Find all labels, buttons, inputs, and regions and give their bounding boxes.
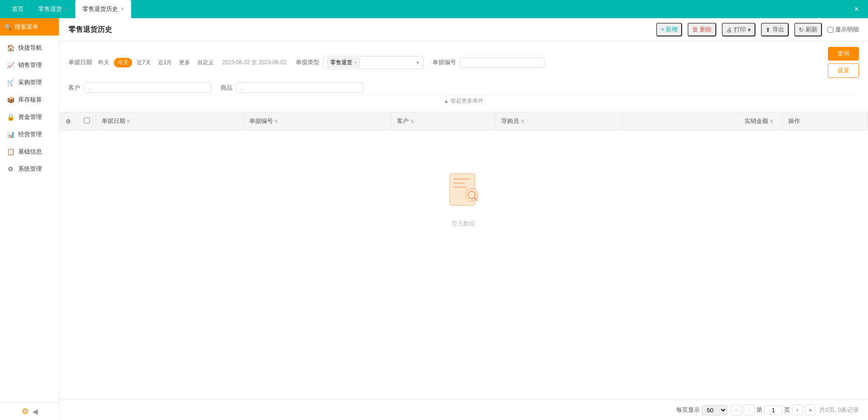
sidebar-item-finance-label: 资金管理 xyxy=(18,113,42,121)
customer-placeholder: ... xyxy=(88,84,93,91)
voucher-type-select[interactable]: 零售退货 × ▾ xyxy=(323,56,423,69)
tab-home[interactable]: 首页 xyxy=(5,0,31,18)
sidebar-item-finance[interactable]: 🔒 资金管理 xyxy=(0,108,59,126)
sidebar-item-operations[interactable]: 📊 经营管理 xyxy=(0,126,59,143)
tab-retail-return[interactable]: 零售退货 × xyxy=(31,0,75,18)
query-button[interactable]: 查询 xyxy=(828,47,859,61)
page-label: 页 xyxy=(784,406,790,414)
sales-icon: 📈 xyxy=(6,61,15,69)
tab-retail-return-history[interactable]: 零售退货历史 × xyxy=(75,0,131,18)
new-button[interactable]: + 新增 xyxy=(656,23,682,36)
export-button[interactable]: ⬆ 导出 xyxy=(761,23,789,36)
sidebar-search-label: 搜索菜单 xyxy=(15,23,38,31)
filter-row-2: 客户 ... 商品 ... xyxy=(68,82,859,93)
date-filter-item: 单据日期 昨天 今天 近7天 近1月 更多 自定义 2023-06-02 至 2… xyxy=(68,58,287,67)
date-btn-more[interactable]: 更多 xyxy=(176,58,193,67)
refresh-button[interactable]: ↻ 刷新 xyxy=(794,23,822,36)
data-table: ⚙ 单据日期 ⇅ 单据编号 ⇅ xyxy=(59,113,868,264)
window-close-button[interactable]: × xyxy=(849,5,863,14)
empty-area: 暂无数据 xyxy=(59,130,868,264)
collapse-arrow-icon: ▲ xyxy=(444,98,449,104)
pagination-buttons: « ‹ 第 页 › » xyxy=(731,405,816,415)
pagination: 每页显示 50 10 20 100 « ‹ 第 页 › » 共0页, 0条记录 xyxy=(59,400,868,420)
voucher-type-tag-text: 零售退货 xyxy=(330,59,352,67)
goods-filter-item: 商品 ... xyxy=(221,82,364,93)
per-page-dropdown[interactable]: 50 10 20 100 xyxy=(702,405,727,415)
total-info: 共0页, 0条记录 xyxy=(819,406,859,414)
customer-filter-item: 客户 ... xyxy=(68,82,211,93)
customer-label: 客户 xyxy=(68,84,80,92)
date-btn-7days[interactable]: 近7天 xyxy=(134,58,154,67)
show-detail-checkbox[interactable]: 显示明细 xyxy=(827,26,859,34)
show-detail-input[interactable] xyxy=(827,27,833,33)
settings-button[interactable]: 设置 xyxy=(828,63,859,78)
export-icon: ⬆ xyxy=(765,26,770,33)
print-icon: 🖨 xyxy=(726,26,732,33)
th-settings[interactable]: ⚙ xyxy=(59,113,77,130)
date-btn-1month[interactable]: 近1月 xyxy=(155,58,175,67)
goods-input[interactable]: ... xyxy=(236,82,364,93)
toolbar: + 新增 🗑 删除 🖨 打印 ▾ ⬆ 导出 ↻ 刷新 显示明细 xyxy=(656,23,859,36)
date-buttons: 昨天 今天 近7天 近1月 更多 自定义 xyxy=(96,58,216,67)
date-range-display: 2023-06-02 至 2023-06-02 xyxy=(222,59,286,67)
th-voucher-no-label: 单据编号 xyxy=(249,118,273,124)
page-number-input[interactable] xyxy=(764,405,782,415)
th-customer[interactable]: 客户 ⇅ xyxy=(391,113,496,130)
settings-col-icon[interactable]: ⚙ xyxy=(66,118,71,125)
delete-button[interactable]: 🗑 删除 xyxy=(688,23,716,36)
th-date[interactable]: 单据日期 ⇅ xyxy=(96,113,243,130)
last-page-button[interactable]: » xyxy=(805,405,816,415)
th-action: 操作 xyxy=(783,113,868,130)
finance-icon: 🔒 xyxy=(6,113,15,121)
sidebar-item-basic-info[interactable]: 📋 基础信息 xyxy=(0,143,59,160)
search-icon: 🔍 xyxy=(5,24,12,31)
th-voucher-no[interactable]: 单据编号 ⇅ xyxy=(243,113,391,130)
th-check[interactable] xyxy=(77,113,96,130)
sidebar-item-nav-label: 快捷导航 xyxy=(18,44,42,52)
action-buttons: 查询 设置 xyxy=(828,47,859,78)
date-btn-custom[interactable]: 自定义 xyxy=(195,58,216,67)
collapse-button[interactable]: ▲ 收起更多条件 xyxy=(68,95,859,107)
voucher-no-sort-icon: ⇅ xyxy=(274,119,278,124)
export-label: 导出 xyxy=(772,26,784,34)
sidebar-item-system[interactable]: ⚙ 系统管理 xyxy=(0,160,59,178)
home-icon: 🏠 xyxy=(6,44,15,52)
sidebar-item-nav[interactable]: 🏠 快捷导航 xyxy=(0,39,59,56)
sidebar-pin-button[interactable]: ◀ xyxy=(32,407,38,416)
print-button[interactable]: 🖨 打印 ▾ xyxy=(722,23,755,36)
voucher-type-remove-icon[interactable]: × xyxy=(354,60,357,65)
date-btn-yesterday[interactable]: 昨天 xyxy=(96,58,112,67)
content-area: 零售退货历史 + 新增 🗑 删除 🖨 打印 ▾ ⬆ 导出 ↻ 刷新 xyxy=(59,18,868,420)
tab-retail-return-history-close[interactable]: × xyxy=(121,6,124,12)
tab-retail-return-close[interactable]: × xyxy=(65,6,68,12)
next-page-button[interactable]: › xyxy=(792,405,803,415)
goods-label: 商品 xyxy=(221,84,232,92)
sidebar-item-sales[interactable]: 📈 销售管理 xyxy=(0,56,59,74)
sidebar-bottom: ⚙ ◀ xyxy=(0,402,59,420)
page-title: 零售退货历史 xyxy=(68,25,112,35)
voucher-type-dropdown-icon: ▾ xyxy=(416,60,419,66)
collapse-label: 收起更多条件 xyxy=(451,97,483,105)
th-guide[interactable]: 导购员 ⇅ xyxy=(496,113,622,130)
page-header: 零售退货历史 + 新增 🗑 删除 🖨 打印 ▾ ⬆ 导出 ↻ 刷新 xyxy=(59,18,868,41)
customer-input[interactable]: ... xyxy=(84,82,211,93)
prev-page-button[interactable]: ‹ xyxy=(744,405,755,415)
date-btn-today[interactable]: 今天 xyxy=(114,58,132,67)
th-amount[interactable]: 实销金额 ⇅ xyxy=(621,113,783,130)
inventory-icon: 📦 xyxy=(6,96,15,104)
sidebar-item-basic-info-label: 基础信息 xyxy=(18,148,42,156)
sidebar-settings-button[interactable]: ⚙ xyxy=(21,406,29,416)
select-all-checkbox[interactable] xyxy=(84,118,90,123)
th-action-label: 操作 xyxy=(788,118,800,124)
sidebar-item-system-label: 系统管理 xyxy=(18,165,42,173)
sidebar-search-button[interactable]: 🔍 搜索菜单 xyxy=(0,18,59,36)
sidebar-item-inventory[interactable]: 📦 库存核算 xyxy=(0,91,59,108)
voucher-no-filter-item: 单据编号 xyxy=(432,57,544,68)
voucher-no-input[interactable] xyxy=(460,57,544,68)
first-page-button[interactable]: « xyxy=(731,405,742,415)
date-filter-label: 单据日期 xyxy=(68,58,92,67)
tab-bar: 首页 零售退货 × 零售退货历史 × xyxy=(5,0,849,18)
sidebar-item-purchase[interactable]: 🛒 采购管理 xyxy=(0,74,59,91)
table-header-row: ⚙ 单据日期 ⇅ 单据编号 ⇅ xyxy=(59,113,868,130)
sidebar-item-inventory-label: 库存核算 xyxy=(18,96,42,104)
